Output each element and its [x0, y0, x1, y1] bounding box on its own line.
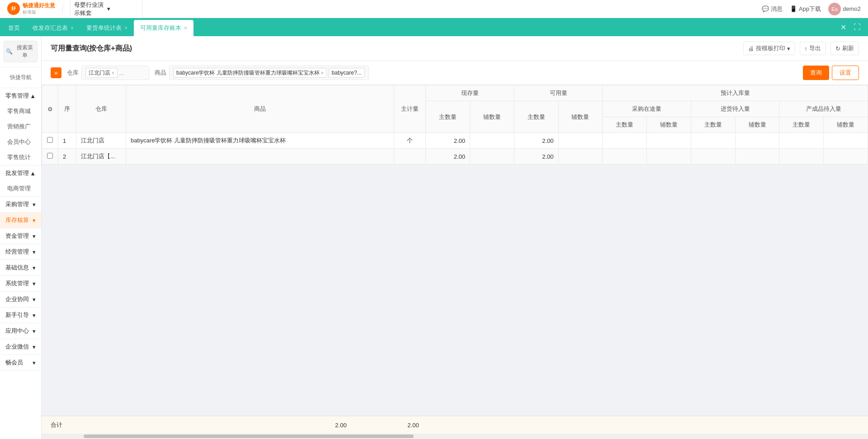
td-avail-main-1: 2.00 — [514, 133, 558, 149]
table-body: 1 江北门店 babycare学饮杯 儿童防摔防撞吸管杯重力球吸嘴杯宝宝水杯 个… — [42, 133, 868, 165]
sidebar-section-newguide-header[interactable]: 新手引导 ▾ — [0, 307, 41, 323]
finance-arrow-icon: ▾ — [33, 233, 36, 240]
td-checkbox-1[interactable] — [42, 133, 58, 149]
td-avail-aux-2 — [558, 149, 603, 165]
th-warehouse: 仓库 — [76, 85, 126, 133]
th-product-main: 主数量 — [779, 117, 824, 133]
search-icon: 🔍 — [6, 48, 13, 55]
warehouse-filter-input[interactable]: 江北门店 × ... — [81, 66, 149, 80]
tab-order[interactable]: 要货单统计表 × — [80, 20, 134, 36]
th-avail-main: 主数量 — [514, 101, 558, 133]
filter-right: 查询 设置 — [803, 66, 859, 80]
footer-avail-main: 2.00 — [395, 422, 431, 429]
table-row: 1 江北门店 babycare学饮杯 儿童防摔防撞吸管杯重力球吸嘴杯宝宝水杯 个… — [42, 133, 868, 149]
th-product-pending: 产成品待入量 — [779, 101, 868, 117]
finance-label: 资金管理 — [5, 232, 29, 240]
message-button[interactable]: 💬 消息 — [762, 5, 783, 13]
td-inbound-main-2 — [691, 149, 735, 165]
setting-button[interactable]: 设置 — [832, 66, 859, 80]
sidebar-section-basic: 基础信息 ▾ — [0, 260, 41, 276]
message-icon: 💬 — [762, 5, 769, 12]
td-purchase-aux-2 — [647, 149, 691, 165]
sidebar-section-wholesale-header[interactable]: 批发管理 ▲ — [0, 165, 41, 181]
sidebar-item-members[interactable]: 会员中心 — [0, 134, 41, 150]
warehouse-tag-close[interactable]: × — [112, 71, 114, 76]
td-product-main-2 — [779, 149, 824, 165]
product-filter-label: 商品 — [155, 69, 166, 77]
td-product-aux-2 — [824, 149, 868, 165]
sidebar-section-finance: 资金管理 ▾ — [0, 228, 41, 244]
sidebar-section-operation-header[interactable]: 经营管理 ▾ — [0, 244, 41, 260]
tab-receipt-close[interactable]: × — [71, 25, 74, 31]
th-inbound-aux: 辅数量 — [735, 117, 779, 133]
tab-fullscreen-button[interactable]: ⛶ — [852, 21, 863, 33]
td-inbound-aux-1 — [735, 133, 779, 149]
top-bar: 好 畅捷通好生意 标准版 母婴行业演示账套 ▾ 💬 消息 📱 App下载 Ea … — [0, 0, 868, 18]
sidebar-section-member-header[interactable]: 畅会员 ▾ — [0, 355, 41, 370]
td-checkbox-2[interactable] — [42, 149, 58, 165]
sidebar-section-wechat-header[interactable]: 企业微信 ▾ — [0, 339, 41, 354]
sidebar-section-enterprise: 企业协同 ▾ — [0, 292, 41, 307]
horizontal-scrollbar[interactable] — [42, 434, 868, 439]
sidebar-item-retail-mall[interactable]: 零售商城 — [0, 104, 41, 119]
appcenter-arrow-icon: ▾ — [33, 328, 36, 335]
warehouse-filter-more[interactable]: ... — [119, 70, 124, 76]
wholesale-arrow-icon: ▲ — [30, 170, 36, 177]
tab-receipt[interactable]: 收发存汇总表 × — [26, 20, 80, 36]
sidebar-section-appcenter-header[interactable]: 应用中心 ▾ — [0, 323, 41, 339]
print-template-button[interactable]: 🖨 按模板打印 ▾ — [743, 42, 795, 55]
scroll-thumb[interactable] — [84, 434, 414, 438]
tab-close-all-button[interactable]: ✕ — [839, 21, 848, 33]
refresh-button[interactable]: ↻ 刷新 — [830, 42, 859, 55]
export-label: 导出 — [809, 44, 821, 52]
product-tag-2: babycare?... — [329, 68, 365, 78]
sidebar-section-inventory-header[interactable]: 库存核算 ▾ — [0, 212, 41, 228]
sidebar-section-newguide: 新手引导 ▾ — [0, 307, 41, 323]
tab-home[interactable]: 首页 — [2, 20, 26, 36]
logo-text-block: 畅捷通好生意 标准版 — [23, 2, 55, 15]
td-warehouse-2: 江北门店【... — [76, 149, 126, 165]
store-selector[interactable]: 母婴行业演示账套 ▾ — [70, 0, 142, 19]
sidebar-section-wholesale: 批发管理 ▲ 电商管理 — [0, 165, 41, 197]
settings-icon[interactable]: ⚙ — [47, 106, 53, 113]
app-download-button[interactable]: 📱 App下载 — [790, 5, 821, 13]
sidebar-item-ecommerce[interactable]: 电商管理 — [0, 181, 41, 196]
logo-icon: 好 — [7, 2, 20, 15]
filter-warehouse-group: 仓库 江北门店 × ... — [67, 66, 149, 80]
sidebar-item-marketing[interactable]: 营销推广 — [0, 119, 41, 134]
sidebar-section-purchase-header[interactable]: 采购管理 ▾ — [0, 197, 41, 212]
sidebar-section-basic-header[interactable]: 基础信息 ▾ — [0, 260, 41, 275]
row-checkbox-2[interactable] — [47, 153, 53, 159]
export-button[interactable]: ↑ 导出 — [800, 42, 826, 55]
store-name: 母婴行业演示账套 — [74, 1, 105, 17]
sidebar-item-quick-nav[interactable]: 快捷导航 — [0, 70, 41, 85]
tab-available[interactable]: 可用量库存账本 × — [134, 20, 193, 36]
sidebar-item-retail-stats[interactable]: 零售统计 — [0, 150, 41, 165]
search-menu-button[interactable]: 🔍 搜索菜单 — [4, 41, 38, 62]
sidebar-section-finance-header[interactable]: 资金管理 ▾ — [0, 228, 41, 244]
operation-label: 经营管理 — [5, 248, 29, 256]
retail-arrow-icon: ▲ — [30, 93, 36, 99]
sidebar-section-enterprise-header[interactable]: 企业协同 ▾ — [0, 292, 41, 307]
sidebar-section-retail-header[interactable]: 零售管理 ▲ — [0, 88, 41, 104]
wechat-arrow-icon: ▾ — [33, 344, 36, 350]
tab-order-close[interactable]: × — [124, 25, 127, 31]
td-purchase-main-1 — [603, 133, 647, 149]
enterprise-label: 企业协同 — [5, 295, 29, 303]
purchase-arrow-icon: ▾ — [33, 201, 36, 208]
td-inbound-aux-2 — [735, 149, 779, 165]
enterprise-arrow-icon: ▾ — [33, 296, 36, 303]
expand-icon: » — [54, 69, 58, 76]
product-tag-1-close[interactable]: × — [321, 71, 324, 76]
tab-available-close[interactable]: × — [184, 25, 187, 31]
row-checkbox-1[interactable] — [47, 137, 53, 143]
query-button[interactable]: 查询 — [803, 66, 829, 80]
warehouse-filter-label: 仓库 — [67, 69, 79, 77]
product-filter-input[interactable]: babycare学饮杯 儿童防摔防撞吸管杯重力球吸嘴杯宝宝水杯 × babyca… — [169, 66, 369, 80]
sidebar-section-system-header[interactable]: 系统管理 ▾ — [0, 276, 41, 291]
filter-expand-button[interactable]: » — [51, 67, 61, 78]
user-menu[interactable]: Ea demo2 — [828, 3, 861, 15]
sidebar-section-member: 畅会员 ▾ — [0, 355, 41, 371]
th-main-unit: 主计量 — [394, 85, 426, 133]
footer-label: 合计 — [51, 421, 62, 429]
